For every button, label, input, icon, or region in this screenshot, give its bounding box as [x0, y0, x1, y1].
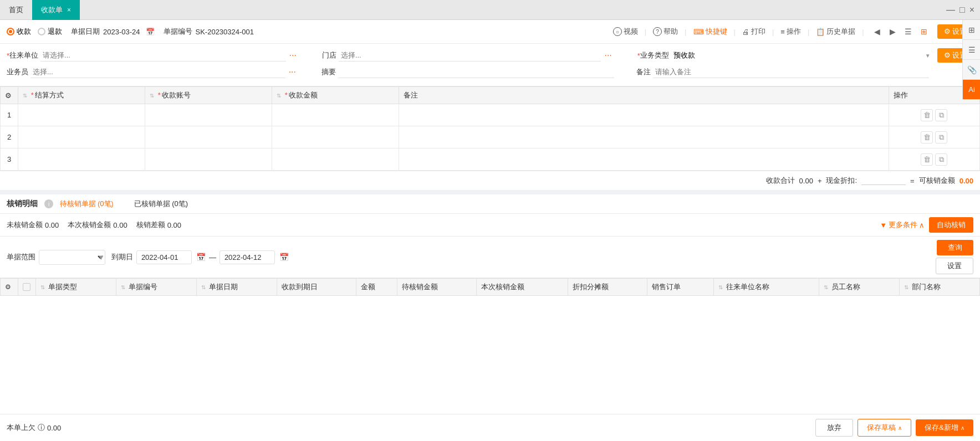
sort-bill-number-icon[interactable]: ⇅: [121, 284, 125, 290]
sort-amount-icon[interactable]: ⇅: [277, 93, 281, 99]
btcol-sales-order: 销售订单: [647, 279, 713, 296]
refund-radio[interactable]: 退款: [38, 27, 62, 37]
btcol-department-label: 部门名称: [912, 283, 941, 291]
salesperson-input[interactable]: [30, 66, 285, 78]
available-value: 0.00: [959, 177, 973, 185]
sort-employee-icon[interactable]: ⇅: [824, 284, 828, 290]
row-1-copy-icon[interactable]: ⧉: [935, 109, 947, 121]
discount-input[interactable]: [861, 176, 906, 185]
row-3-account[interactable]: [145, 148, 272, 171]
row-2-account[interactable]: [145, 126, 272, 148]
sort-bill-type-icon[interactable]: ⇅: [40, 284, 45, 290]
row-1-delete-icon[interactable]: 🗑: [921, 109, 933, 121]
summary-field: 摘要: [321, 66, 614, 78]
salesperson-more-btn[interactable]: ···: [285, 67, 299, 77]
table-row: 2 🗑 ⧉: [1, 126, 980, 148]
completed-label: 已核销单据: [134, 199, 170, 208]
row-1-remark[interactable]: [399, 104, 889, 126]
counterpart-label: 往来单位: [9, 50, 38, 60]
bill-range-select[interactable]: [39, 250, 105, 265]
sort-account-icon[interactable]: ⇅: [150, 93, 154, 99]
due-date-start-input[interactable]: [136, 250, 192, 264]
row-2-delete-icon[interactable]: 🗑: [921, 131, 933, 143]
gear-settings-icon[interactable]: ⚙: [5, 91, 12, 100]
print-btn[interactable]: 🖨 打印: [742, 27, 765, 37]
sort-bill-date-icon[interactable]: ⇅: [201, 284, 206, 290]
remark-input[interactable]: [653, 66, 929, 78]
select-all-checkbox[interactable]: [23, 283, 30, 291]
store-more-btn[interactable]: ···: [601, 50, 615, 60]
receipt-radio[interactable]: 收款: [7, 27, 31, 37]
video-btn[interactable]: ○ 视频: [613, 27, 638, 37]
row-1-amount[interactable]: [272, 104, 399, 126]
auto-reconcile-btn[interactable]: 自动核销: [929, 217, 973, 233]
query-btn[interactable]: 查询: [937, 240, 973, 255]
row-3-settlement[interactable]: [18, 148, 145, 171]
summary-row: 收款合计 0.00 + 现金折扣: = 可核销金额 0.00: [0, 171, 980, 194]
sidebar-table-icon[interactable]: ⊞: [963, 20, 980, 40]
total-label: 收款合计: [766, 176, 795, 186]
row-3-amount[interactable]: [272, 148, 399, 171]
save-new-btn[interactable]: 保存&新增 ∧: [916, 419, 973, 436]
history-icon: 📋: [816, 28, 825, 36]
tab-home[interactable]: 首页: [0, 0, 32, 20]
business-type-dropdown-icon[interactable]: ▼: [925, 53, 931, 59]
row-1-settlement[interactable]: [18, 104, 145, 126]
maximize-button[interactable]: □: [959, 5, 965, 15]
row-2-amount[interactable]: [272, 126, 399, 148]
row-3-remark[interactable]: [399, 148, 889, 171]
row-1-account[interactable]: [145, 104, 272, 126]
start-calendar-icon[interactable]: 📅: [196, 253, 206, 261]
row-2-remark[interactable]: [399, 126, 889, 148]
sort-settlement-icon[interactable]: ⇅: [23, 93, 27, 99]
pending-tab[interactable]: 待核销单据 (0笔): [60, 199, 114, 209]
counterpart-field: * 往来单位 ···: [7, 49, 300, 61]
footer: 本单上欠 ⓘ 0.00 放弃 保存草稿 ∧ 保存&新增 ∧: [0, 414, 980, 441]
sidebar-camera-icon[interactable]: Ai: [963, 80, 980, 100]
row-3-delete-icon[interactable]: 🗑: [921, 153, 933, 166]
list-view-btn[interactable]: ☰: [902, 25, 915, 38]
footer-info-icon[interactable]: ⓘ: [38, 423, 45, 433]
counterpart-more-btn[interactable]: ···: [286, 50, 300, 60]
col-settings[interactable]: ⚙: [1, 87, 18, 104]
due-date-end-input[interactable]: [220, 250, 275, 264]
window-controls: — □ ×: [946, 5, 980, 15]
grid-view-btn[interactable]: ⊞: [917, 25, 931, 38]
form-row-2: 业务员 ··· 摘要 备注: [7, 66, 973, 78]
save-draft-btn[interactable]: 保存草稿 ∧: [858, 419, 911, 437]
operate-btn[interactable]: ≡ 操作: [780, 27, 801, 37]
sidebar-list-icon[interactable]: ☰: [963, 40, 980, 60]
summary-input[interactable]: [338, 66, 614, 78]
discard-label: 放弃: [827, 423, 841, 432]
counterpart-input[interactable]: [40, 49, 285, 61]
row-2-settlement[interactable]: [18, 126, 145, 148]
tab-close-icon[interactable]: ×: [67, 6, 71, 14]
save-new-dropdown-icon[interactable]: ∧: [961, 425, 964, 431]
close-button[interactable]: ×: [969, 5, 974, 15]
prev-btn[interactable]: ◀: [871, 25, 884, 38]
row-2-copy-icon[interactable]: ⧉: [935, 131, 947, 143]
more-conditions-btn[interactable]: ▼ 更多条件 ∧: [880, 220, 925, 230]
help-btn[interactable]: ? 帮助: [653, 27, 678, 37]
completed-tab[interactable]: 已核销单据 (0笔): [134, 199, 188, 209]
recon-info-icon[interactable]: i: [44, 199, 53, 208]
history-btn[interactable]: 📋 历史单据: [816, 27, 855, 37]
next-btn[interactable]: ▶: [886, 25, 900, 38]
end-calendar-icon[interactable]: 📅: [279, 253, 289, 261]
row-3-copy-icon[interactable]: ⧉: [935, 153, 947, 166]
sidebar-attach-icon[interactable]: 📎: [963, 60, 980, 80]
recon-settings-btn[interactable]: 设置: [936, 258, 973, 274]
minimize-button[interactable]: —: [946, 5, 955, 15]
save-draft-dropdown-icon[interactable]: ∧: [898, 425, 902, 431]
business-type-value: 预收款: [671, 49, 925, 62]
calendar-icon[interactable]: 📅: [146, 28, 155, 36]
shortcut-btn[interactable]: ⌨ 快捷键: [693, 27, 727, 37]
btcol-settings[interactable]: ⚙: [1, 279, 18, 296]
sort-department-icon[interactable]: ⇅: [904, 284, 908, 290]
tab-receipt[interactable]: 收款单 ×: [32, 0, 80, 20]
unreconciled-label: 未核销金额: [7, 220, 43, 230]
sort-counterpart-icon[interactable]: ⇅: [718, 284, 723, 290]
recon-tab-separator: [120, 199, 127, 209]
store-input[interactable]: [339, 49, 601, 61]
discard-btn[interactable]: 放弃: [815, 419, 853, 437]
